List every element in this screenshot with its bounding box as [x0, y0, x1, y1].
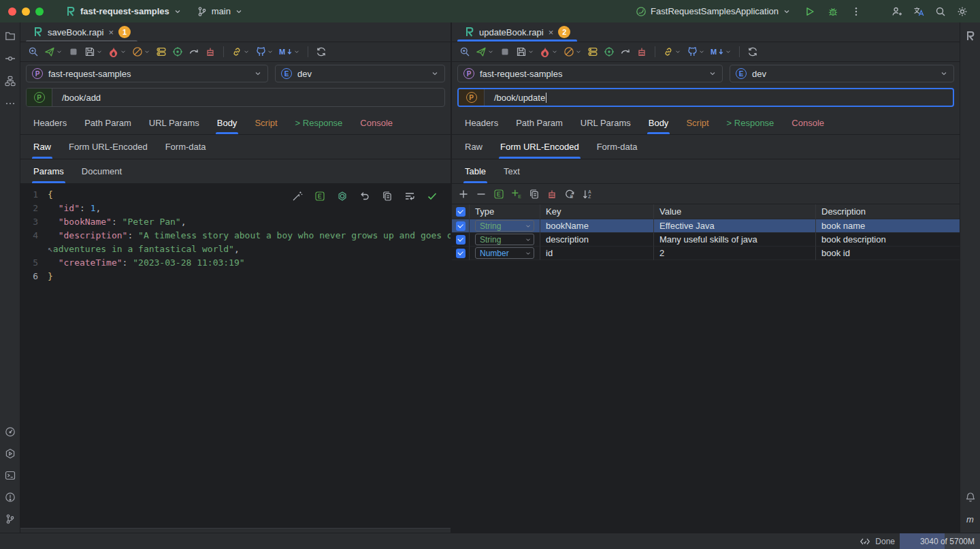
github-button[interactable] — [253, 45, 276, 59]
link-button[interactable] — [229, 45, 252, 59]
debug-button[interactable] — [823, 3, 843, 20]
file-tab-savebook-rapi[interactable]: saveBook.rapi×1 — [26, 22, 137, 42]
search-zoom-button[interactable] — [26, 45, 41, 59]
github-button[interactable] — [685, 45, 707, 59]
inspections-status-icon[interactable] — [860, 536, 870, 547]
tab-options-button[interactable] — [946, 22, 957, 42]
close-tab-icon[interactable]: × — [108, 27, 114, 37]
url-input[interactable]: P/book/update — [457, 88, 954, 107]
save-button[interactable] — [82, 45, 105, 59]
vcs-branch-widget[interactable]: main — [191, 4, 248, 19]
url-input[interactable]: P/book/add — [26, 88, 445, 107]
request-tab-path-param[interactable]: Path Param — [76, 111, 140, 134]
table-row[interactable]: StringbookNameEffective Javabook name — [452, 219, 960, 233]
target-button[interactable] — [602, 45, 617, 59]
request-tab-path-param[interactable]: Path Param — [507, 111, 572, 134]
view-tab-text[interactable]: Text — [495, 159, 529, 183]
request-tab-headers[interactable]: Headers — [456, 111, 507, 134]
request-tab-console[interactable]: Console — [351, 111, 402, 134]
soft-wrap-button[interactable] — [402, 189, 417, 203]
send-button[interactable] — [474, 45, 496, 59]
problems-toolwindow-button[interactable] — [5, 492, 16, 503]
description-cell[interactable]: book description — [816, 233, 960, 247]
row-checkbox[interactable] — [456, 249, 466, 258]
request-tab-script[interactable]: Script — [246, 111, 286, 134]
request-tab-headers[interactable]: Headers — [24, 111, 76, 134]
translate-button[interactable] — [909, 3, 928, 20]
save-button[interactable] — [514, 45, 536, 59]
row-checkbox[interactable] — [456, 235, 466, 245]
project-select[interactable]: Pfast-request-samples — [26, 65, 268, 82]
fast-request-toolwindow-button[interactable] — [965, 31, 976, 42]
endpoints-toolwindow-button[interactable] — [5, 426, 16, 437]
stop-button[interactable] — [66, 45, 81, 59]
request-tab-url-params[interactable]: URL Params — [140, 111, 208, 134]
minus-button[interactable] — [474, 187, 489, 201]
body-tab-form-url-encoded[interactable]: Form URL-Encoded — [491, 135, 588, 159]
pills-button[interactable] — [585, 45, 600, 59]
select-all-checkbox[interactable] — [456, 207, 466, 217]
request-tab-console[interactable]: Console — [783, 111, 833, 134]
key-cell[interactable]: bookName — [540, 219, 654, 233]
redo-curve-button[interactable] — [618, 45, 633, 59]
project-widget[interactable]: fast-request-samples — [60, 4, 187, 19]
e-badge-button[interactable] — [491, 187, 506, 201]
openai-button[interactable] — [335, 189, 350, 203]
environment-select[interactable]: Edev — [275, 65, 445, 82]
project-select[interactable]: Pfast-request-samples — [457, 65, 723, 82]
settings-button[interactable] — [953, 3, 972, 20]
copy-button[interactable] — [527, 187, 542, 201]
run-configuration-widget[interactable]: FastRequestSamplesApplication — [630, 4, 796, 19]
clean-brush-button[interactable] — [203, 45, 218, 59]
copy-button[interactable] — [380, 189, 395, 203]
run-button[interactable] — [800, 3, 819, 20]
maximize-window-button[interactable] — [35, 7, 44, 16]
tab-options-button[interactable] — [437, 22, 448, 42]
environment-select[interactable]: Edev — [730, 65, 954, 82]
clean-brush-button[interactable] — [634, 45, 649, 59]
search-zoom-button[interactable] — [457, 45, 472, 59]
redo-curve-button[interactable] — [186, 45, 201, 59]
search-everywhere-button[interactable] — [931, 3, 950, 20]
memory-indicator[interactable]: 3040 of 5700M — [900, 533, 980, 549]
request-tab-body[interactable]: Body — [208, 111, 246, 134]
body-tab-form-data[interactable]: Form-data — [157, 135, 215, 159]
notifications-button[interactable] — [965, 492, 976, 503]
close-tab-icon[interactable]: × — [548, 27, 555, 37]
undo-button[interactable] — [357, 189, 372, 203]
link-button[interactable] — [661, 45, 683, 59]
check-button[interactable] — [425, 189, 440, 203]
clean-brush-button[interactable] — [544, 187, 559, 201]
commit-toolwindow-button[interactable] — [5, 53, 16, 64]
value-cell[interactable]: Effective Java — [654, 219, 816, 233]
refresh-button[interactable] — [314, 45, 329, 59]
convert-button[interactable]: B — [562, 187, 577, 201]
value-cell[interactable]: 2 — [654, 247, 816, 260]
magic-wand-button[interactable] — [290, 189, 305, 203]
more-run-actions-button[interactable] — [847, 3, 866, 20]
markdown-button[interactable]: M — [708, 45, 734, 59]
request-tab-url-params[interactable]: URL Params — [572, 111, 640, 134]
view-tab-params[interactable]: Params — [24, 159, 73, 183]
request-tab-response[interactable]: > Response — [718, 111, 783, 134]
table-row[interactable]: Numberid2book id — [452, 247, 960, 260]
view-tab-document[interactable]: Document — [73, 159, 131, 183]
flame-button[interactable] — [538, 45, 560, 59]
project-toolwindow-button[interactable] — [5, 31, 16, 42]
e-badge-button[interactable] — [312, 189, 327, 203]
pills-button[interactable] — [154, 45, 169, 59]
stop-button[interactable] — [497, 45, 512, 59]
json-body-editor[interactable]: 1{2 "id": 1,3 "bookName": "Peter Pan",4 … — [20, 184, 451, 528]
request-tab-body[interactable]: Body — [640, 111, 678, 134]
no-cookie-button[interactable] — [130, 45, 152, 59]
no-cookie-button[interactable] — [561, 45, 584, 59]
git-toolwindow-button[interactable] — [5, 514, 16, 524]
type-dropdown[interactable]: Number — [475, 247, 534, 259]
key-cell[interactable]: id — [540, 247, 654, 260]
refresh-button[interactable] — [745, 45, 760, 59]
flame-button[interactable] — [106, 45, 129, 59]
file-tab-updatebook-rapi[interactable]: updateBook.rapi×2 — [457, 22, 577, 42]
body-tab-raw[interactable]: Raw — [456, 135, 491, 159]
row-checkbox[interactable] — [456, 221, 466, 231]
description-cell[interactable]: book id — [816, 247, 960, 260]
